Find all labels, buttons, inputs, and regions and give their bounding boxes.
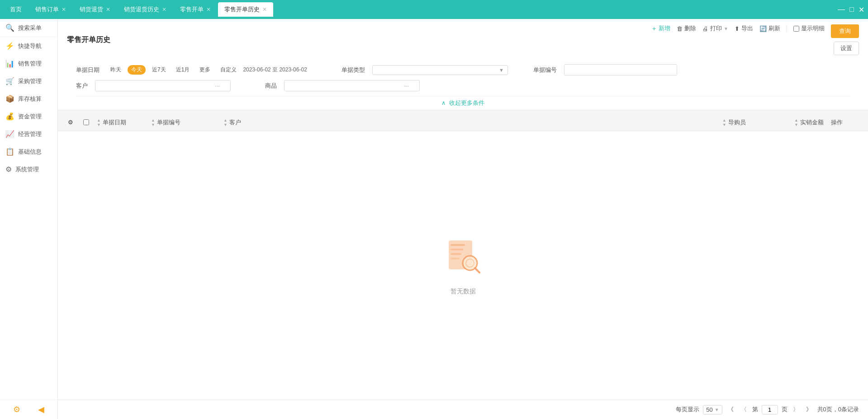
th-guide[interactable]: ▲▼ 导购员 [719, 118, 773, 127]
th-settings[interactable]: ⚙ [62, 119, 79, 126]
sidebar-item-inventory[interactable]: 📦 库存核算 [0, 90, 57, 108]
refresh-button[interactable]: 🔄 刷新 [759, 24, 780, 33]
lightning-icon: ⚡ [5, 42, 14, 50]
tab-sales-return-history-label: 销货退货历史 [124, 5, 159, 14]
tab-home[interactable]: 首页 [4, 2, 28, 17]
svg-rect-4 [451, 258, 460, 259]
prev-page-btn[interactable]: 〈 [739, 405, 749, 414]
collapse-more[interactable]: ∧ 收起更多条件 [76, 96, 850, 110]
page-di-label: 第 [752, 405, 758, 414]
display-detail-label[interactable]: 显示明细 [793, 24, 825, 33]
add-label: 新增 [659, 24, 670, 33]
tab-sales-return-history-close[interactable]: ✕ [162, 7, 166, 12]
tab-home-label: 首页 [10, 5, 22, 14]
tab-retail-open-history-label: 零售开单历史 [224, 5, 260, 14]
operations-icon: 📈 [5, 130, 14, 138]
svg-rect-1 [451, 244, 465, 246]
maximize-btn[interactable]: □ [849, 5, 854, 14]
date-btn-more[interactable]: 更多 [196, 65, 214, 75]
last-page-btn[interactable]: 》 [804, 405, 814, 414]
th-number[interactable]: ▲▼ 单据编号 [147, 118, 220, 127]
toolbar-divider [787, 25, 787, 32]
delete-button[interactable]: 🗑 删除 [677, 24, 696, 33]
tab-retail-open[interactable]: 零售开单 ✕ [174, 2, 217, 17]
date-btn-today[interactable]: 今天 [128, 65, 146, 75]
sidebar: 🔍 搜索采单 ⚡ 快捷导航 📊 销售管理 🛒 采购管理 📦 库存核算 💰 资金管… [0, 19, 58, 419]
minimize-btn[interactable]: — [838, 5, 845, 14]
sidebar-item-system-mgmt[interactable]: ⚙ 系统管理 [0, 160, 57, 178]
query-button[interactable]: 查询 [831, 24, 859, 38]
customer-input[interactable] [95, 80, 213, 91]
print-button[interactable]: 🖨 打印 ▼ [702, 24, 728, 33]
toolbar: + 新增 🗑 删除 🖨 打印 ▼ ⬆ [652, 24, 825, 33]
th-check[interactable] [79, 119, 93, 125]
customer-dots[interactable]: ··· [213, 82, 222, 89]
tab-retail-open-history[interactable]: 零售开单历史 ✕ [218, 2, 273, 17]
sort-guide-icon: ▲▼ [722, 118, 726, 127]
tab-retail-open-history-close[interactable]: ✕ [262, 7, 267, 12]
setting-button[interactable]: 设置 [834, 42, 859, 55]
export-button[interactable]: ⬆ 导出 [735, 24, 753, 33]
column-settings-icon[interactable]: ⚙ [68, 119, 73, 126]
per-page-select[interactable]: 50 ▼ [703, 405, 722, 414]
tab-bar: 首页 销售订单 ✕ 销货退货 ✕ 销货退货历史 ✕ 零售开单 ✕ 零售开单历史 … [0, 0, 868, 19]
bottom-collapse-icon[interactable]: ◀ [38, 405, 44, 414]
tab-sales-order-close[interactable]: ✕ [62, 7, 66, 12]
th-actions-label: 操作 [831, 118, 843, 127]
filter-dates: 昨天 今天 近7天 近1月 更多 自定义 2023-06-02 至 2023-0… [107, 65, 307, 75]
window-controls: — □ ✕ [838, 5, 864, 14]
tab-retail-open-close[interactable]: ✕ [206, 7, 211, 12]
box-icon: 📦 [5, 94, 14, 103]
sidebar-item-quick-nav-label: 快捷导航 [18, 42, 42, 50]
per-page-label: 每页显示 [676, 405, 699, 414]
th-customer[interactable]: ▲▼ 客户 [220, 118, 719, 127]
add-button[interactable]: + 新增 [652, 24, 670, 33]
clipboard-icon: 📋 [5, 147, 14, 156]
display-detail-text: 显示明细 [801, 24, 825, 33]
type-select[interactable]: ▼ [372, 65, 508, 75]
bottom-settings-icon[interactable]: ⚙ [13, 405, 20, 414]
sidebar-item-sales-mgmt[interactable]: 📊 销售管理 [0, 55, 57, 72]
product-input[interactable] [285, 80, 402, 91]
tab-sales-return-history[interactable]: 销货退货历史 ✕ [118, 2, 173, 17]
chart-icon: 📊 [5, 59, 14, 68]
page-label: 页 [782, 405, 787, 414]
sidebar-item-finance[interactable]: 💰 资金管理 [0, 108, 57, 125]
close-btn[interactable]: ✕ [859, 5, 864, 14]
first-page-btn[interactable]: 《 [726, 405, 735, 414]
refresh-icon: 🔄 [759, 25, 767, 32]
number-input[interactable] [564, 64, 677, 75]
th-amount[interactable]: ▲▼ 实销金额 [773, 118, 827, 127]
cart-icon: 🛒 [5, 77, 14, 85]
add-icon: + [652, 25, 656, 32]
per-page-value: 50 [706, 406, 712, 413]
th-date[interactable]: ▲▼ 单据日期 [93, 118, 147, 127]
select-all-checkbox[interactable] [83, 119, 89, 125]
tab-sales-order[interactable]: 销售订单 ✕ [29, 2, 72, 17]
money-icon: 💰 [5, 112, 14, 121]
page-input[interactable] [762, 405, 778, 414]
pagination: 每页显示 50 ▼ 《 〈 第 页 〉 》 共0页，0条记录 [58, 400, 868, 419]
sidebar-item-quick-nav[interactable]: ⚡ 快捷导航 [0, 37, 57, 55]
tab-sales-return[interactable]: 销货退货 ✕ [73, 2, 117, 17]
sidebar-item-operations[interactable]: 📈 经营管理 [0, 125, 57, 143]
product-dots[interactable]: ··· [402, 82, 411, 89]
sidebar-item-baseinfo-label: 基础信息 [18, 148, 42, 156]
sidebar-item-base-info[interactable]: 📋 基础信息 [0, 143, 57, 160]
sidebar-item-system-label: 系统管理 [15, 165, 39, 174]
date-btn-yesterday[interactable]: 昨天 [107, 65, 125, 75]
sidebar-item-purchase-mgmt[interactable]: 🛒 采购管理 [0, 72, 57, 90]
tab-sales-return-close[interactable]: ✕ [106, 7, 110, 12]
sort-asc-icon: ▲▼ [97, 118, 101, 127]
per-page-dropdown-icon: ▼ [715, 407, 719, 412]
export-icon: ⬆ [735, 25, 740, 32]
type-select-arrow: ▼ [499, 67, 504, 73]
th-guide-label: 导购员 [728, 118, 746, 127]
date-btn-1month[interactable]: 近1月 [172, 65, 194, 75]
date-btn-custom[interactable]: 自定义 [217, 65, 240, 75]
next-page-btn[interactable]: 〉 [791, 405, 801, 414]
display-detail-checkbox[interactable] [793, 26, 799, 32]
sidebar-search[interactable]: 🔍 搜索采单 [0, 19, 57, 37]
filter-area: 单据日期 昨天 今天 近7天 近1月 更多 自定义 2023-06-02 至 2… [67, 60, 859, 110]
date-btn-7days[interactable]: 近7天 [148, 65, 170, 75]
